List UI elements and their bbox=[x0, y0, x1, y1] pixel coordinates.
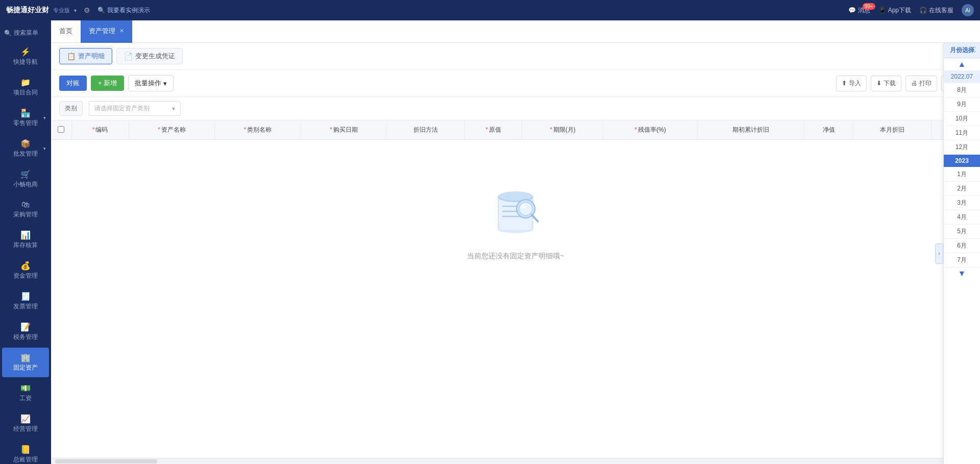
sidebar-item-operations[interactable]: 📈 经营管理 bbox=[2, 409, 49, 438]
sidebar-item-invoice[interactable]: 🧾 发票管理 bbox=[2, 286, 49, 316]
user-avatar[interactable]: Ai bbox=[962, 4, 974, 16]
month-item-9[interactable]: 9月 bbox=[944, 97, 980, 112]
main-layout: 🔍 搜索菜单 ⚡ 快捷导航 📁 项目合同 🏪 零售管理 ▾ 📦 批发管理 ▾ 🛒… bbox=[0, 20, 980, 464]
month-item-year-2023[interactable]: 2023 bbox=[944, 155, 980, 167]
sidebar-item-finance[interactable]: 💰 资金管理 bbox=[2, 256, 49, 285]
tab-asset-management[interactable]: 资产管理 ✕ bbox=[81, 20, 132, 43]
month-item-4[interactable]: 4月 bbox=[944, 210, 980, 225]
sidebar-item-fixed-assets[interactable]: 🏢 固定资产 bbox=[2, 348, 49, 377]
month-item-12[interactable]: 12月 bbox=[944, 140, 980, 155]
month-nav-up[interactable]: ▲ bbox=[944, 58, 980, 70]
download-icon: ⬇ bbox=[876, 80, 881, 87]
batch-ops-dropdown-icon: ▾ bbox=[163, 80, 167, 87]
month-panel-toggle[interactable]: › bbox=[935, 243, 943, 264]
table-body: 当前您还没有固定资产明细哦~ bbox=[51, 140, 980, 302]
filter-category-label: 类别 bbox=[59, 101, 83, 116]
month-item-11[interactable]: 11月 bbox=[944, 126, 980, 140]
sub-tab-bar: 📋 资产明细 📄 变更生成凭证 bbox=[51, 43, 980, 70]
sidebar-item-retail[interactable]: 🏪 零售管理 ▾ bbox=[2, 103, 49, 133]
bottom-scrollbar[interactable] bbox=[51, 458, 980, 464]
sub-tab-asset-detail[interactable]: 📋 资产明细 bbox=[59, 48, 112, 64]
download-button[interactable]: ⬇ 下载 bbox=[871, 76, 901, 91]
scrollbar-track[interactable] bbox=[55, 459, 157, 463]
retail-arrow-icon: ▾ bbox=[43, 115, 46, 120]
sidebar-item-payroll[interactable]: 💵 工资 bbox=[2, 378, 49, 408]
purchase-icon: 🛍 bbox=[21, 200, 30, 209]
fixed-assets-icon: 🏢 bbox=[20, 353, 31, 362]
reconcile-button[interactable]: 对账 bbox=[59, 76, 87, 91]
app-subtitle: 专业版 bbox=[53, 7, 70, 14]
asset-detail-tab-icon: 📋 bbox=[67, 52, 76, 60]
top-bar-left: 畅捷通好业财 专业版 ▾ ⚙ 🔍 我要看实例演示 bbox=[6, 5, 844, 15]
month-item-current[interactable]: 2022.07 bbox=[944, 70, 980, 83]
tab-bar: 首页 资产管理 ✕ bbox=[51, 20, 980, 43]
month-item-3[interactable]: 3月 bbox=[944, 196, 980, 210]
month-item-6[interactable]: 6月 bbox=[944, 239, 980, 253]
app-title: 畅捷通好业财 bbox=[6, 6, 49, 15]
sidebar-item-general-ledger[interactable]: 📒 总账管理 bbox=[2, 439, 49, 464]
table-wrapper: 编码 资产名称 类别名称 购买日期 折旧方法 原值 期限(月) 残值率(%) 期… bbox=[51, 120, 980, 458]
wholesale-icon: 📦 bbox=[20, 139, 31, 149]
message-icon: 💬 bbox=[848, 7, 856, 14]
assets-table: 编码 资产名称 类别名称 购买日期 折旧方法 原值 期限(月) 残值率(%) 期… bbox=[51, 120, 980, 302]
panel-close-button[interactable]: ✕ bbox=[955, 45, 965, 55]
project-contract-icon: 📁 bbox=[20, 78, 31, 87]
sub-tab-change-voucher[interactable]: 📄 变更生成凭证 bbox=[116, 48, 183, 64]
phone-icon: 📱 bbox=[878, 7, 886, 14]
filter-bar: 类别 请选择固定资产类别 ▾ bbox=[51, 97, 980, 120]
top-bar-right: 💬 消息 99+ 📱 App下载 🎧 在线客服 Ai bbox=[848, 4, 974, 16]
sidebar-item-quick-nav[interactable]: ⚡ 快捷导航 bbox=[2, 42, 49, 71]
sidebar-item-ecommerce[interactable]: 🛒 小畅电商 bbox=[2, 164, 49, 194]
month-item-1[interactable]: 1月 bbox=[944, 167, 980, 182]
print-button[interactable]: 🖨 打印 bbox=[905, 76, 937, 91]
month-item-2[interactable]: 2月 bbox=[944, 182, 980, 196]
sidebar-item-tax[interactable]: 📝 税务管理 bbox=[2, 317, 49, 347]
sidebar: 🔍 搜索菜单 ⚡ 快捷导航 📁 项目合同 🏪 零售管理 ▾ 📦 批发管理 ▾ 🛒… bbox=[0, 20, 51, 464]
print-icon: 🖨 bbox=[911, 80, 917, 87]
general-ledger-icon: 📒 bbox=[20, 445, 31, 454]
app-download-button[interactable]: 📱 App下载 bbox=[878, 6, 911, 15]
panel-action-bar: ✕ ⛶ bbox=[955, 45, 978, 55]
content-area: 首页 资产管理 ✕ 📋 资产明细 📄 变更生成凭证 bbox=[51, 20, 980, 464]
select-all-checkbox[interactable] bbox=[58, 126, 64, 133]
wholesale-arrow-icon: ▾ bbox=[43, 146, 46, 151]
messages-button[interactable]: 💬 消息 99+ bbox=[848, 6, 870, 15]
batch-ops-button[interactable]: 批量操作 ▾ bbox=[128, 75, 174, 91]
month-item-8[interactable]: 8月 bbox=[944, 83, 980, 97]
th-checkbox bbox=[51, 120, 71, 140]
add-button[interactable]: + 新增 bbox=[91, 76, 124, 91]
quick-nav-icon: ⚡ bbox=[20, 47, 31, 57]
month-item-5[interactable]: 5月 bbox=[944, 225, 980, 239]
month-item-7[interactable]: 7月 bbox=[944, 253, 980, 267]
dropdown-icon[interactable]: ▾ bbox=[74, 8, 77, 13]
sidebar-item-wholesale[interactable]: 📦 批发管理 ▾ bbox=[2, 134, 49, 163]
empty-state-row: 当前您还没有固定资产明细哦~ bbox=[51, 140, 980, 302]
svg-point-10 bbox=[521, 204, 525, 208]
online-service-button[interactable]: 🎧 在线客服 bbox=[919, 6, 953, 15]
panel-expand-button[interactable]: ⛶ bbox=[967, 45, 978, 55]
demo-link[interactable]: 🔍 我要看实例演示 bbox=[97, 6, 150, 15]
invoice-icon: 🧾 bbox=[20, 291, 31, 301]
page-content: 📋 资产明细 📄 变更生成凭证 对账 + 新增 批量操作 ▾ bbox=[51, 43, 980, 464]
sidebar-item-project-contract[interactable]: 📁 项目合同 bbox=[2, 72, 49, 102]
settings-icon[interactable]: ⚙ bbox=[81, 5, 93, 15]
month-item-10[interactable]: 10月 bbox=[944, 112, 980, 126]
import-button[interactable]: ⬆ 导入 bbox=[836, 76, 867, 91]
demo-link-icon: 🔍 bbox=[97, 7, 105, 14]
sidebar-item-inventory[interactable]: 📊 库存核算 bbox=[2, 225, 49, 255]
tab-home[interactable]: 首页 bbox=[51, 20, 81, 43]
sidebar-item-purchase[interactable]: 🛍 采购管理 bbox=[2, 195, 49, 224]
th-accumulated-depreciation: 期初累计折旧 bbox=[697, 120, 804, 140]
sidebar-search-menu[interactable]: 🔍 搜索菜单 bbox=[0, 25, 51, 41]
ecommerce-icon: 🛒 bbox=[20, 169, 31, 179]
th-purchase-date: 购买日期 bbox=[301, 120, 387, 140]
th-monthly-depreciation: 本月折旧 bbox=[853, 120, 932, 140]
filter-category-select[interactable]: 请选择固定资产类别 ▾ bbox=[89, 101, 181, 116]
month-nav-down[interactable]: ▼ bbox=[944, 267, 980, 280]
th-depreciation-method: 折旧方法 bbox=[387, 120, 465, 140]
top-bar: 畅捷通好业财 专业版 ▾ ⚙ 🔍 我要看实例演示 💬 消息 99+ 📱 App下… bbox=[0, 0, 980, 20]
th-period-months: 期限(月) bbox=[522, 120, 603, 140]
tab-close-icon[interactable]: ✕ bbox=[119, 28, 124, 34]
empty-state-icon bbox=[485, 181, 546, 243]
search-icon: 🔍 bbox=[4, 30, 12, 37]
